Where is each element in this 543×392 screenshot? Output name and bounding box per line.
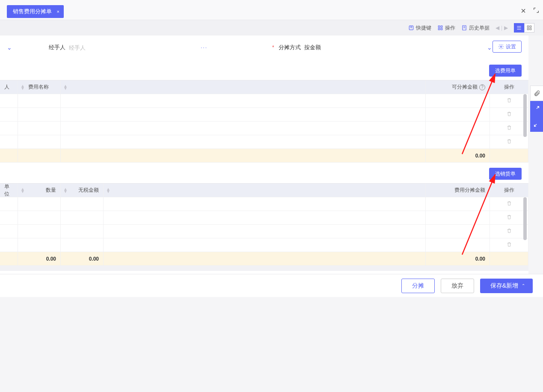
- required-mark: *: [272, 45, 274, 50]
- svg-rect-4: [441, 28, 442, 30]
- sales-row[interactable]: [0, 238, 528, 252]
- chevron-down-icon[interactable]: ⌄: [3, 44, 15, 51]
- col-qty[interactable]: ▲▼数量: [18, 184, 61, 197]
- form-row: ⌄ 经手人 ··· * 分摊方式 ⌄ 设置: [0, 36, 528, 59]
- col-blank2[interactable]: ▲▼: [104, 184, 426, 197]
- scrollbar-thumb[interactable]: [523, 94, 527, 137]
- tab-close-icon[interactable]: ×: [57, 9, 59, 14]
- svg-rect-1: [438, 26, 440, 27]
- col-net[interactable]: ▲▼无税金额: [61, 184, 104, 197]
- total-alloc: 0.00: [426, 252, 490, 265]
- tab-bar: 销售费用分摊单 × ×: [0, 0, 543, 20]
- trash-icon[interactable]: [506, 241, 512, 249]
- save-label: 保存&新增: [490, 282, 518, 290]
- handler-field: 经手人 ···: [49, 44, 208, 51]
- expense-row[interactable]: [0, 122, 528, 135]
- expand-out-tab[interactable]: [530, 101, 543, 116]
- operate-label: 操作: [445, 24, 455, 32]
- view-mode-grid[interactable]: [524, 23, 534, 33]
- expense-grid: 人 ▲▼费用名称 ▲▼ 可分摊金额? 操作 0.00: [0, 80, 528, 163]
- trash-icon[interactable]: [506, 200, 512, 208]
- trash-icon[interactable]: [506, 111, 512, 118]
- discard-button[interactable]: 放弃: [441, 279, 474, 293]
- col-unit[interactable]: 单位: [0, 184, 18, 197]
- expense-row[interactable]: [0, 108, 528, 122]
- pager-prev-icon[interactable]: ◀: [496, 25, 499, 31]
- allocate-button[interactable]: 分摊: [401, 279, 435, 293]
- shortcut-button[interactable]: 快捷键: [408, 24, 431, 32]
- trash-icon[interactable]: [506, 138, 512, 146]
- tab-sales-expense-alloc[interactable]: 销售费用分摊单 ×: [7, 5, 64, 18]
- attachment-tab[interactable]: [530, 86, 543, 101]
- total-qty: 0.00: [18, 252, 61, 265]
- sales-total-row: 0.00 0.00 0.00: [0, 252, 528, 266]
- sales-section: 选销货单 单位 ▲▼数量 ▲▼无税金额 ▲▼ 费用分摊金额 操作 0.00 0.…: [0, 163, 528, 266]
- svg-rect-7: [530, 26, 531, 27]
- sales-grid-header: 单位 ▲▼数量 ▲▼无税金额 ▲▼ 费用分摊金额 操作: [0, 184, 528, 197]
- col-alloc-amount[interactable]: 费用分摊金额: [426, 184, 490, 197]
- operate-button[interactable]: 操作: [437, 24, 455, 32]
- sales-row[interactable]: [0, 211, 528, 225]
- sales-row[interactable]: [0, 197, 528, 211]
- svg-rect-2: [441, 26, 442, 27]
- trash-icon[interactable]: [506, 214, 512, 221]
- col-person[interactable]: 人: [0, 80, 18, 94]
- col-operation: 操作: [490, 80, 528, 94]
- col-operation2: 操作: [490, 184, 528, 197]
- close-panel-icon[interactable]: ×: [521, 6, 526, 16]
- sales-grid: 单位 ▲▼数量 ▲▼无税金额 ▲▼ 费用分摊金额 操作 0.00 0.00 0.…: [0, 183, 528, 266]
- chevron-up-icon: ⌃: [522, 283, 525, 288]
- method-select[interactable]: [304, 45, 450, 51]
- history-button[interactable]: 历史单据: [461, 24, 490, 32]
- col-allocatable-amount[interactable]: 可分摊金额?: [426, 80, 490, 94]
- col-expense-name[interactable]: ▲▼费用名称: [18, 80, 61, 94]
- total-net: 0.00: [61, 252, 104, 265]
- history-label: 历史单据: [469, 24, 490, 32]
- expense-section: 选费用单 人 ▲▼费用名称 ▲▼ 可分摊金额? 操作 0.00: [0, 59, 528, 163]
- trash-icon[interactable]: [506, 228, 512, 235]
- sales-row[interactable]: [0, 225, 528, 238]
- tab-title: 销售费用分摊单: [13, 8, 52, 15]
- svg-rect-3: [438, 28, 440, 30]
- handler-input[interactable]: [69, 45, 197, 51]
- trash-icon[interactable]: [506, 97, 512, 104]
- info-icon[interactable]: ?: [479, 84, 485, 90]
- toolbar: 快捷键 操作 历史单据 ◀ | ▶: [0, 20, 543, 36]
- pick-sales-button[interactable]: 选销货单: [489, 168, 522, 180]
- expense-row[interactable]: [0, 135, 528, 149]
- svg-rect-9: [530, 28, 531, 30]
- pager-nav: ◀ | ▶: [496, 25, 508, 31]
- expense-total-row: 0.00: [0, 149, 528, 163]
- settings-label: 设置: [506, 43, 516, 50]
- handler-more-icon[interactable]: ···: [201, 45, 208, 50]
- side-tabs: [530, 86, 543, 132]
- scrollbar-thumb[interactable]: [523, 197, 527, 240]
- view-mode-list[interactable]: [514, 23, 524, 33]
- col-blank[interactable]: ▲▼: [61, 80, 426, 94]
- svg-rect-6: [527, 26, 529, 27]
- handler-label: 经手人: [49, 44, 65, 51]
- trash-icon[interactable]: [506, 125, 512, 132]
- total-allocatable: 0.00: [426, 149, 490, 162]
- shortcut-label: 快捷键: [416, 24, 431, 32]
- svg-rect-8: [527, 28, 529, 30]
- pager-next-icon[interactable]: ▶: [504, 25, 508, 31]
- pick-expense-button[interactable]: 选费用单: [489, 65, 522, 77]
- svg-point-10: [500, 46, 502, 48]
- method-label: 分摊方式: [279, 44, 301, 51]
- method-field: * 分摊方式: [272, 44, 450, 51]
- fullscreen-icon[interactable]: [533, 7, 540, 15]
- footer-actions: 分摊 放弃 保存&新增 ⌃: [0, 274, 543, 297]
- expense-grid-header: 人 ▲▼费用名称 ▲▼ 可分摊金额? 操作: [0, 80, 528, 94]
- view-mode-toggle: [514, 23, 534, 33]
- save-and-new-button[interactable]: 保存&新增 ⌃: [480, 279, 533, 293]
- settings-button[interactable]: 设置: [493, 41, 522, 53]
- expand-in-tab[interactable]: [530, 116, 543, 132]
- expense-row[interactable]: [0, 94, 528, 108]
